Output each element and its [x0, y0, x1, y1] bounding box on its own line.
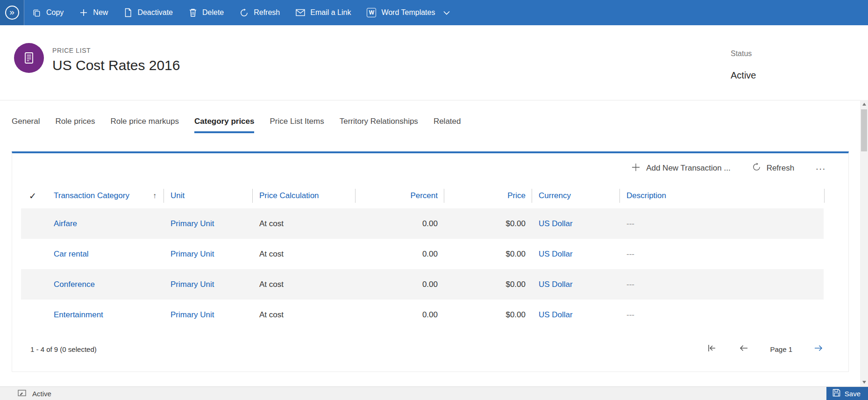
first-page-icon	[706, 343, 718, 355]
currency-link[interactable]: US Dollar	[532, 219, 620, 229]
transaction-category-link[interactable]: Airfare	[44, 219, 164, 229]
entity-type-label: PRICE LIST	[52, 47, 180, 54]
column-header-price-calculation[interactable]: Price Calculation	[253, 183, 356, 208]
sort-ascending-icon: ↑	[153, 192, 157, 200]
refresh-icon	[240, 8, 249, 17]
record-count: 1 - 4 of 9 (0 selected)	[30, 345, 97, 353]
percent-cell: 0.00	[356, 300, 444, 330]
more-commands-button[interactable]: ...	[816, 162, 826, 175]
command-label: Copy	[46, 8, 64, 17]
column-label: Transaction Category	[54, 191, 129, 200]
percent-cell: 0.00	[356, 269, 444, 300]
command-refresh[interactable]: Refresh	[232, 0, 288, 25]
percent-cell: 0.00	[356, 208, 444, 239]
tab-role-price-markups[interactable]: Role price markups	[111, 116, 179, 133]
command-label: Refresh	[254, 8, 280, 17]
unit-link[interactable]: Primary Unit	[164, 219, 253, 229]
grid-refresh-label: Refresh	[767, 164, 795, 173]
tab-general[interactable]: General	[12, 116, 40, 133]
status-field-value: Active	[731, 70, 756, 81]
previous-page-button[interactable]	[738, 343, 749, 355]
delete-icon	[189, 8, 197, 17]
price-cell: $0.00	[444, 300, 532, 330]
price-cell: $0.00	[444, 239, 532, 269]
transaction-category-link[interactable]: Conference	[44, 280, 164, 289]
transaction-category-link[interactable]: Entertainment	[44, 310, 164, 320]
deactivate-icon	[124, 8, 132, 17]
command-delete[interactable]: Delete	[181, 0, 232, 25]
record-header: PRICE LIST US Cost Rates 2016 Status Act…	[0, 25, 868, 100]
tab-category-prices[interactable]: Category prices	[194, 116, 255, 133]
price-list-icon	[14, 43, 44, 73]
currency-link[interactable]: US Dollar	[532, 310, 620, 320]
command-label: Deactivate	[137, 8, 173, 17]
chevron-down-icon	[443, 11, 450, 15]
command-label: New	[93, 8, 108, 17]
transaction-category-link[interactable]: Car rental	[44, 250, 164, 259]
description-cell: ---	[620, 250, 825, 259]
status-field-label: Status	[731, 50, 756, 58]
price-calculation-cell: At cost	[253, 250, 356, 259]
column-header-price[interactable]: Price	[444, 183, 532, 208]
currency-link[interactable]: US Dollar	[532, 250, 620, 259]
status-bar: Active Save	[0, 386, 868, 400]
expand-commands-button[interactable]: »	[0, 0, 24, 25]
price-calculation-cell: At cost	[253, 280, 356, 289]
word-icon: W	[367, 8, 376, 17]
unit-link[interactable]: Primary Unit	[164, 310, 253, 320]
column-header-description[interactable]: Description	[620, 183, 825, 208]
description-cell: ---	[620, 280, 825, 289]
table-row[interactable]: Entertainment Primary Unit At cost 0.00 …	[21, 300, 824, 330]
command-new[interactable]: New	[71, 0, 116, 25]
column-header-currency[interactable]: Currency	[532, 183, 620, 208]
description-cell: ---	[620, 310, 825, 320]
price-cell: $0.00	[444, 269, 532, 300]
save-button[interactable]: Save	[826, 387, 868, 400]
command-label: Word Templates	[381, 8, 435, 17]
command-copy[interactable]: Copy	[24, 0, 71, 25]
select-all-checkbox[interactable]: ✓	[21, 183, 44, 208]
currency-link[interactable]: US Dollar	[532, 280, 620, 289]
scroll-up-icon	[862, 103, 866, 106]
scroll-down-button[interactable]	[860, 379, 868, 386]
command-word-templates[interactable]: W Word Templates	[359, 0, 458, 25]
table-row[interactable]: Airfare Primary Unit At cost 0.00 $0.00 …	[21, 208, 824, 239]
table-row[interactable]: Car rental Primary Unit At cost 0.00 $0.…	[21, 239, 824, 269]
category-prices-grid-card: Add New Transaction ... Refresh ... ✓ Tr…	[12, 151, 849, 372]
scroll-up-button[interactable]	[860, 100, 868, 108]
word-letter: W	[367, 8, 376, 17]
first-page-button[interactable]	[706, 343, 718, 355]
save-icon	[832, 389, 840, 398]
tab-strip: General Role prices Role price markups C…	[0, 100, 860, 151]
table-row[interactable]: Conference Primary Unit At cost 0.00 $0.…	[21, 269, 824, 300]
tab-role-prices[interactable]: Role prices	[55, 116, 95, 133]
column-header-unit[interactable]: Unit	[164, 183, 253, 208]
copy-icon	[32, 8, 41, 17]
pagination: Page 1	[706, 343, 824, 355]
command-deactivate[interactable]: Deactivate	[116, 0, 181, 25]
table-body: Airfare Primary Unit At cost 0.00 $0.00 …	[12, 208, 848, 330]
next-page-button[interactable]	[813, 343, 824, 355]
column-header-percent[interactable]: Percent	[356, 183, 444, 208]
page-title: US Cost Rates 2016	[52, 57, 180, 73]
scroll-down-icon	[862, 381, 866, 384]
vertical-scrollbar[interactable]	[860, 100, 868, 386]
description-cell: ---	[620, 219, 825, 229]
record-titles: PRICE LIST US Cost Rates 2016	[52, 47, 180, 73]
add-new-transaction-button[interactable]: Add New Transaction ...	[631, 163, 730, 174]
plus-icon	[79, 8, 88, 17]
unit-link[interactable]: Primary Unit	[164, 250, 253, 259]
tab-related[interactable]: Related	[434, 116, 461, 133]
tab-price-list-items[interactable]: Price List Items	[270, 116, 324, 133]
column-header-transaction-category[interactable]: Transaction Category ↑	[44, 183, 164, 208]
table-header-row: ✓ Transaction Category ↑ Unit Price Calc…	[21, 183, 824, 208]
scrollbar-thumb[interactable]	[861, 109, 867, 151]
unit-link[interactable]: Primary Unit	[164, 280, 253, 289]
tab-territory-relationships[interactable]: Territory Relationships	[340, 116, 418, 133]
grid-footer: 1 - 4 of 9 (0 selected) Page 1	[12, 332, 848, 366]
form-edit-icon	[18, 390, 26, 398]
grid-refresh-button[interactable]: Refresh	[752, 163, 795, 174]
command-email-a-link[interactable]: Email a Link	[288, 0, 359, 25]
price-calculation-cell: At cost	[253, 310, 356, 320]
price-calculation-cell: At cost	[253, 219, 356, 229]
